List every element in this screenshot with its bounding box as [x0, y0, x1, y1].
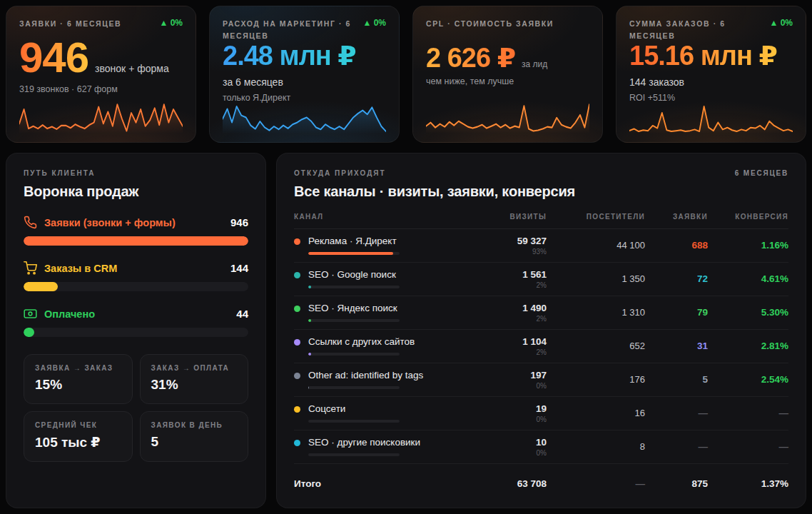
funnel-panel: ПУТЬ КЛИЕНТА Воронка продаж Заявки (звон…	[6, 153, 266, 508]
channel-dot-icon	[294, 238, 300, 245]
visits-value: 1 490	[522, 303, 547, 313]
conversion-value: 4.61%	[708, 273, 788, 284]
kpi-unit: за лид	[522, 59, 547, 69]
visitors-value: 8	[547, 441, 645, 452]
kpi-value: 2 626 ₽	[426, 44, 515, 71]
stat-card: ЗАЯВОК В ДЕНЬ 5	[140, 411, 249, 462]
funnel-bar-fill	[24, 282, 58, 291]
total-label: Итого	[294, 478, 467, 489]
funnel-step-paid: Оплачено 44	[24, 307, 248, 337]
kpi-subline: чем ниже, тем лучше	[426, 76, 589, 86]
visits-share: 2%	[537, 281, 547, 289]
kpi-subline: ROI +511%	[629, 93, 793, 103]
leads-value: —	[645, 441, 708, 452]
dashboard-page: ЗАЯВКИ · 6 МЕСЯЦЕВ ▲ 0% 946 звонок + фор…	[0, 0, 812, 514]
visits-share: 93%	[532, 248, 547, 256]
table-row[interactable]: SEO · Яндекс поиск 1 490 2% 1 310 79 5.3…	[294, 296, 788, 330]
stat-value: 15%	[35, 377, 121, 393]
table-total-row: Итого 63 708 — 875 1.37%	[294, 464, 788, 498]
visitors-value: 44 100	[547, 240, 645, 251]
leads-value: 5	[645, 374, 708, 385]
table-row[interactable]: Other ad: identified by tags 197 0% 176 …	[294, 363, 788, 397]
kpi-value: 946	[19, 36, 88, 79]
stat-label: ЗАЯВОК В ДЕНЬ	[151, 421, 238, 429]
kpi-subline: 319 звонков · 627 форм	[19, 84, 183, 94]
channels-title: Все каналы · визиты, заявки, конверсия	[294, 183, 575, 200]
table-row[interactable]: Соцсети 19 0% 16 — —	[294, 397, 788, 430]
visits-value: 197	[530, 370, 547, 381]
funnel-step-label: Заказы в CRM	[44, 263, 223, 274]
table-row[interactable]: Ссылки с других сайтов 1 104 2% 652 31 2…	[294, 330, 788, 363]
kpi-subline: только Я.Директ	[223, 93, 386, 103]
funnel-stats-grid: ЗАЯВКА → ЗАКАЗ 15% ЗАКАЗ → ОПЛАТА 31% СР…	[24, 354, 248, 462]
conversion-value: —	[708, 408, 788, 418]
conversion-value: 2.54%	[708, 374, 788, 385]
leads-value: —	[645, 408, 708, 418]
cart-icon	[24, 261, 37, 275]
total-leads: 875	[645, 478, 708, 489]
stat-card: ЗАЯВКА → ЗАКАЗ 15%	[24, 354, 133, 404]
col-channel: КАНАЛ	[294, 213, 467, 221]
kpi-card-order-sum[interactable]: СУММА ЗАКАЗОВ · 6 МЕСЯЦЕВ ▲ 0% 15.16 млн…	[616, 6, 806, 143]
kpi-title: РАСХОД НА МАРКЕТИНГ · 6 МЕСЯЦЕВ	[223, 18, 357, 42]
table-row[interactable]: SEO · Google поиск 1 561 2% 1 350 72 4.6…	[294, 263, 788, 296]
funnel-step-label: Оплачено	[44, 308, 229, 320]
funnel-step-value: 44	[236, 308, 248, 320]
visits-value: 1 561	[522, 269, 547, 280]
channel-share-bar	[308, 386, 400, 389]
table-row[interactable]: SEO · другие поисковики 10 0% 8 — —	[294, 430, 788, 464]
kpi-card-cpl[interactable]: CPL · СТОИМОСТЬ ЗАЯВКИ 2 626 ₽ за лид че…	[412, 6, 603, 143]
kpi-value: 2.48 млн ₽	[223, 42, 356, 69]
kpi-unit: звонок + форма	[95, 63, 169, 74]
kpi-subline: 144 заказов	[629, 76, 793, 88]
channel-share-bar	[308, 319, 400, 322]
visitors-value: 1 310	[547, 307, 645, 318]
channels-panel: ОТКУДА ПРИХОДЯТ Все каналы · визиты, зая…	[276, 153, 806, 508]
table-row[interactable]: Реклама · Я.Директ 59 327 93% 44 100 688…	[294, 229, 788, 263]
visits-share: 2%	[537, 348, 547, 356]
funnel-bar-track	[24, 328, 248, 337]
leads-value: 79	[645, 307, 708, 318]
leads-value: 688	[645, 240, 708, 251]
kpi-card-leads[interactable]: ЗАЯВКИ · 6 МЕСЯЦЕВ ▲ 0% 946 звонок + фор…	[6, 6, 196, 143]
visitors-value: 652	[547, 341, 645, 351]
channels-table: КАНАЛ ВИЗИТЫ ПОСЕТИТЕЛИ ЗАЯВКИ КОНВЕРСИЯ…	[294, 213, 788, 498]
trend-badge: ▲ 0%	[362, 18, 386, 28]
conversion-value: 5.30%	[708, 307, 788, 318]
conversion-value: 1.16%	[708, 240, 788, 251]
leads-value: 31	[645, 341, 708, 351]
sparkline-chart	[223, 103, 386, 133]
visitors-value: 16	[547, 408, 645, 418]
banknote-icon	[24, 307, 37, 321]
channel-dot-icon	[294, 272, 300, 278]
trend-badge: ▲ 0%	[159, 18, 183, 28]
kpi-row: ЗАЯВКИ · 6 МЕСЯЦЕВ ▲ 0% 946 звонок + фор…	[6, 6, 806, 143]
funnel-step-value: 144	[230, 262, 248, 274]
visits-share: 2%	[537, 315, 547, 323]
visits-value: 10	[536, 437, 547, 448]
sparkline-chart	[629, 103, 793, 133]
stat-value: 31%	[151, 377, 238, 393]
kpi-card-marketing-spend[interactable]: РАСХОД НА МАРКЕТИНГ · 6 МЕСЯЦЕВ ▲ 0% 2.4…	[209, 6, 400, 143]
visits-share: 0%	[537, 415, 547, 423]
kpi-title: CPL · СТОИМОСТЬ ЗАЯВКИ	[426, 18, 584, 30]
visits-share: 0%	[537, 449, 547, 457]
funnel-bar-track	[24, 236, 248, 246]
stat-value: 5	[151, 434, 238, 450]
conversion-value: 2.81%	[708, 341, 788, 351]
sparkline-chart	[426, 101, 589, 133]
total-visits: 63 708	[467, 478, 547, 489]
channel-name: SEO · Яндекс поиск	[308, 303, 400, 315]
funnel-step-orders: Заказы в CRM 144	[24, 261, 248, 291]
channel-share-bar	[308, 252, 400, 255]
funnel-step-label: Заявки (звонки + формы)	[44, 217, 223, 228]
kpi-title: ЗАЯВКИ · 6 МЕСЯЦЕВ	[19, 18, 153, 30]
channel-name: Соцсети	[308, 403, 400, 415]
col-conversion: КОНВЕРСИЯ	[708, 213, 788, 221]
visitors-value: 1 350	[547, 273, 645, 284]
channel-share-bar	[308, 453, 400, 456]
trend-badge: ▲ 0%	[769, 18, 793, 28]
channel-name: Ссылки с других сайтов	[308, 336, 415, 348]
phone-icon	[24, 216, 37, 229]
leads-value: 72	[645, 273, 708, 284]
